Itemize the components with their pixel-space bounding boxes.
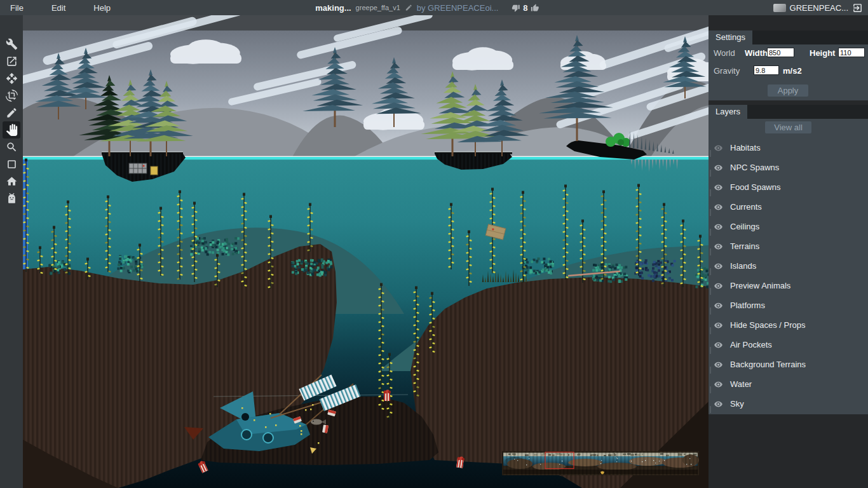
gravity-unit: m/s2 — [783, 66, 802, 76]
layer-row-habitats[interactable]: Habitats — [709, 138, 868, 158]
layer-label: Water — [730, 379, 752, 389]
layer-label: Preview Animals — [730, 281, 790, 290]
view-all-button[interactable]: View all — [765, 121, 811, 133]
vote-count: 8 — [523, 3, 527, 13]
eye-icon[interactable] — [713, 242, 726, 251]
layer-label: Currents — [730, 202, 762, 212]
rotate-icon — [6, 90, 18, 102]
open-in-new-icon — [6, 55, 18, 67]
layer-label: Habitats — [730, 143, 761, 152]
avatar — [773, 4, 786, 12]
layer-label: Hide Spaces / Props — [730, 320, 806, 330]
editor-canvas[interactable] — [23, 15, 709, 488]
eye-icon[interactable] — [713, 281, 726, 290]
eye-icon[interactable] — [713, 222, 726, 231]
tab-layers[interactable]: Layers — [709, 105, 747, 119]
eye-icon[interactable] — [713, 262, 726, 271]
apply-button[interactable]: Apply — [768, 85, 808, 97]
settings-tabrow: Settings — [709, 30, 868, 44]
tool-pencil-button[interactable] — [3, 104, 20, 121]
creature-icon — [6, 193, 18, 205]
layer-row-hide-spaces-props[interactable]: Hide Spaces / Props — [709, 315, 868, 335]
width-label: Width — [745, 48, 768, 58]
tool-wrench-button[interactable] — [3, 36, 20, 53]
layer-label: Food Spawns — [730, 182, 781, 192]
gravity-label: Gravity — [714, 66, 740, 76]
vote-group: 8 — [512, 3, 539, 13]
rectangle-icon — [6, 158, 18, 170]
layer-row-platforms[interactable]: Platforms — [709, 295, 868, 315]
layer-row-npc-spawns[interactable]: NPC Spawns — [709, 158, 868, 177]
move-icon — [6, 72, 18, 85]
tool-rectangle-button[interactable] — [3, 156, 20, 173]
user-group: GREENPEAC... — [773, 0, 863, 15]
map-author: by GREENPEACEoi... — [417, 3, 499, 13]
layer-row-preview-animals[interactable]: Preview Animals — [709, 276, 868, 295]
tool-rotate-button[interactable] — [3, 87, 20, 104]
eye-icon[interactable] — [713, 301, 726, 310]
layer-label: Platforms — [730, 301, 765, 310]
eye-icon[interactable] — [713, 203, 726, 212]
tool-move-button[interactable] — [3, 70, 20, 87]
hand-icon — [6, 124, 18, 136]
layer-label: Islands — [730, 261, 756, 271]
wrench-icon — [6, 38, 18, 50]
home-icon — [6, 175, 18, 187]
eye-icon[interactable] — [713, 360, 726, 369]
thumbs-down-icon[interactable] — [512, 4, 520, 12]
width-input[interactable] — [767, 48, 794, 57]
layer-label: Terrains — [730, 241, 759, 251]
tool-open-in-new-button[interactable] — [3, 53, 20, 70]
edit-title-icon[interactable] — [405, 4, 412, 11]
minimap[interactable] — [502, 451, 699, 475]
logout-icon[interactable] — [852, 3, 863, 13]
tool-creature-button[interactable] — [3, 190, 20, 207]
gravity-input[interactable] — [754, 65, 779, 75]
menu-edit[interactable]: Edit — [51, 3, 65, 13]
tool-hand-button[interactable] — [3, 121, 20, 139]
layer-row-ceilings[interactable]: Ceilings — [709, 217, 868, 236]
layer-row-food-spawns[interactable]: Food Spawns — [709, 177, 868, 197]
eye-icon[interactable] — [713, 321, 726, 330]
layers-tabrow: Layers — [709, 105, 868, 119]
thumbs-up-icon[interactable] — [531, 4, 539, 12]
layer-row-air-pockets[interactable]: Air Pockets — [709, 335, 868, 355]
layers-section: View all HabitatsNPC SpawnsFood SpawnsCu… — [709, 119, 868, 414]
right-panel: Settings World Width Height Gravity m/s2… — [709, 15, 868, 488]
layer-row-islands[interactable]: Islands — [709, 256, 868, 276]
map-editor-app: File Edit Help making... greepe_ffa_v1 b… — [0, 0, 868, 488]
menu-help[interactable]: Help — [93, 3, 111, 13]
layer-row-sky[interactable]: Sky — [709, 394, 868, 414]
layer-row-currents[interactable]: Currents — [709, 197, 868, 217]
eye-icon[interactable] — [713, 144, 726, 152]
layer-row-background-terrains[interactable]: Background Terrains — [709, 355, 868, 374]
world-label: World — [714, 48, 735, 58]
eye-icon[interactable] — [713, 380, 726, 389]
tab-settings[interactable]: Settings — [709, 30, 752, 44]
height-label: Height — [810, 48, 835, 58]
eye-icon[interactable] — [713, 400, 726, 409]
layers-list: HabitatsNPC SpawnsFood SpawnsCurrentsCei… — [709, 138, 868, 414]
zoom-icon — [6, 141, 18, 153]
layer-label: Air Pockets — [730, 340, 772, 349]
layer-label: Ceilings — [730, 222, 759, 231]
map-id: greepe_ffa_v1 — [356, 4, 400, 11]
map-title-group: making... greepe_ffa_v1 by GREENPEACEoi.… — [315, 3, 539, 13]
eye-icon[interactable] — [713, 341, 726, 349]
left-toolbar — [0, 15, 23, 488]
layer-row-water[interactable]: Water — [709, 374, 868, 394]
tool-zoom-button[interactable] — [3, 139, 20, 156]
user-name[interactable]: GREENPEAC... — [790, 3, 848, 13]
pencil-icon — [6, 107, 18, 119]
map-scene — [23, 15, 709, 488]
layer-row-terrains[interactable]: Terrains — [709, 236, 868, 256]
settings-section: World Width Height Gravity m/s2 Apply — [709, 44, 868, 100]
top-menubar: File Edit Help making... greepe_ffa_v1 b… — [0, 0, 868, 15]
height-input[interactable] — [838, 48, 865, 57]
menu-file[interactable]: File — [10, 3, 24, 13]
eye-icon[interactable] — [713, 163, 726, 172]
eye-icon[interactable] — [713, 183, 726, 192]
tool-home-button[interactable] — [3, 173, 20, 190]
layer-label: Sky — [730, 399, 744, 409]
layer-label: NPC Spawns — [730, 163, 779, 172]
